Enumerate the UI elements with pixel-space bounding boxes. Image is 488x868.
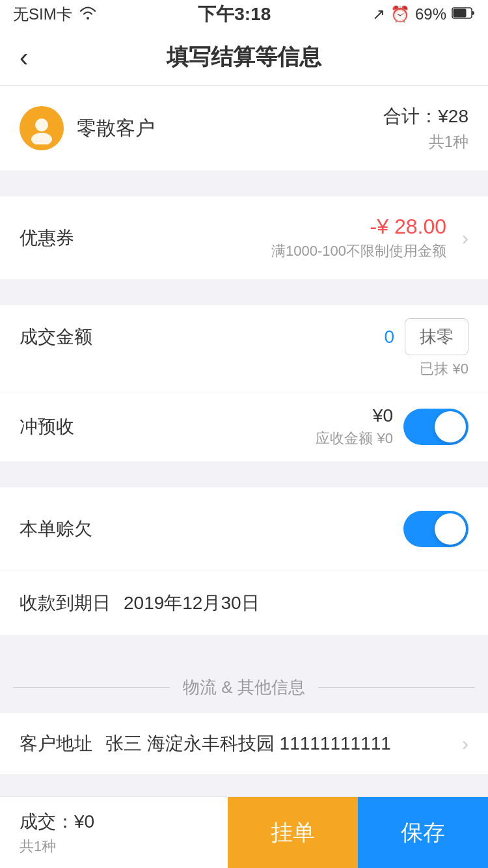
avatar [20, 106, 64, 150]
status-left: 无SIM卡 [13, 4, 97, 25]
bottom-info: 成交：¥0 共1种 [0, 809, 228, 856]
prepay-value: ¥0 [373, 405, 393, 426]
nav-bar: ‹ 填写结算等信息 [0, 29, 488, 86]
debit-toggle-knob [435, 513, 466, 545]
address-label: 客户地址 [20, 731, 92, 756]
coupon-sub: 满1000-100不限制使用金额 [271, 241, 446, 261]
content-area: 零散客户 合计：¥28 共1种 优惠券 -¥ 28.00 满1000-100不限… [0, 86, 488, 868]
chevron-right-icon: › [462, 227, 468, 249]
prepay-value-area: ¥0 应收金额 ¥0 [316, 405, 393, 448]
coupon-card: 优惠券 -¥ 28.00 满1000-100不限制使用金额 › [0, 197, 488, 279]
coupon-row[interactable]: 优惠券 -¥ 28.00 满1000-100不限制使用金额 › [0, 197, 488, 279]
total-amount: 合计：¥28 [383, 104, 468, 129]
round-zero-button[interactable]: 抹零 [405, 318, 468, 355]
customer-name: 零散客户 [77, 115, 155, 142]
prepay-sub: 应收金额 ¥0 [316, 429, 393, 448]
toggle-knob [435, 411, 466, 442]
due-date-row: 收款到期日 2019年12月30日 [0, 571, 488, 635]
svg-point-2 [35, 118, 48, 131]
wifi-icon [79, 5, 97, 23]
due-date-label: 收款到期日 [20, 591, 111, 616]
bottom-transaction: 成交：¥0 [20, 809, 208, 834]
prepay-right: ¥0 应收金额 ¥0 [316, 405, 468, 448]
svg-point-3 [31, 133, 52, 144]
total-label: 合计： [383, 106, 438, 126]
prepay-row: 冲预收 ¥0 应收金额 ¥0 [0, 392, 488, 461]
separator-2 [0, 292, 488, 305]
status-time: 下午3:18 [198, 2, 271, 27]
address-row[interactable]: 客户地址 张三 海淀永丰科技园 11111111111 › [0, 713, 488, 775]
sim-status: 无SIM卡 [13, 4, 72, 25]
transaction-label: 成交金额 [20, 325, 92, 349]
bottom-transaction-amount: ¥0 [74, 811, 94, 832]
back-button[interactable]: ‹ [20, 44, 28, 70]
total-count: 共1种 [383, 131, 468, 152]
logistics-label: 物流 & 其他信息 [183, 676, 305, 699]
coupon-discount: -¥ 28.00 [370, 215, 446, 239]
prepay-label: 冲预收 [20, 414, 74, 439]
total-value: ¥28 [438, 106, 468, 126]
hang-button[interactable]: 挂单 [228, 797, 358, 869]
debit-card: 本单赊欠 收款到期日 2019年12月30日 [0, 487, 488, 635]
battery-percent: 69% [415, 5, 446, 23]
alarm-icon: ⏰ [390, 5, 410, 23]
separator-3 [0, 474, 488, 487]
logistics-header: 物流 & 其他信息 [0, 661, 488, 713]
separator-4 [0, 648, 488, 661]
status-bar: 无SIM卡 下午3:18 ↗ ⏰ 69% [0, 0, 488, 29]
transaction-card: 成交金额 0 抹零 已抹 ¥0 冲预收 ¥0 应收金额 ¥0 [0, 305, 488, 461]
coupon-right: -¥ 28.00 满1000-100不限制使用金额 › [271, 215, 468, 261]
header-line-left [13, 687, 170, 688]
bottom-count: 共1种 [20, 837, 208, 856]
transaction-value: 0 [384, 327, 394, 347]
transaction-sub: 已抹 ¥0 [20, 359, 468, 385]
location-icon: ↗ [372, 5, 385, 23]
transaction-row: 成交金额 0 抹零 已抹 ¥0 [0, 305, 488, 392]
debit-toggle[interactable] [403, 511, 468, 547]
page-title: 填写结算等信息 [167, 42, 321, 72]
debit-label: 本单赊欠 [20, 517, 92, 541]
svg-rect-1 [453, 9, 466, 18]
status-right: ↗ ⏰ 69% [372, 5, 475, 23]
transaction-right: 0 抹零 [384, 318, 468, 355]
coupon-label: 优惠券 [20, 226, 74, 251]
battery-icon [452, 5, 475, 23]
address-value: 张三 海淀永丰科技园 11111111111 [105, 731, 457, 756]
coupon-value-area: -¥ 28.00 满1000-100不限制使用金额 [271, 215, 446, 261]
bottom-bar: 成交：¥0 共1种 挂单 保存 [0, 796, 488, 868]
due-date-value: 2019年12月30日 [124, 591, 260, 616]
address-chevron-icon: › [462, 733, 468, 755]
bottom-transaction-label: 成交： [20, 811, 74, 832]
customer-card: 零散客户 合计：¥28 共1种 [0, 86, 488, 170]
separator-1 [0, 183, 488, 197]
header-line-right [318, 687, 475, 688]
customer-left: 零散客户 [20, 106, 155, 150]
transaction-top: 成交金额 0 抹零 [20, 318, 468, 355]
prepay-toggle[interactable] [403, 409, 468, 445]
save-button[interactable]: 保存 [358, 797, 488, 869]
debit-row: 本单赊欠 [0, 487, 488, 571]
customer-total: 合计：¥28 共1种 [383, 104, 468, 152]
customer-row: 零散客户 合计：¥28 共1种 [0, 86, 488, 170]
